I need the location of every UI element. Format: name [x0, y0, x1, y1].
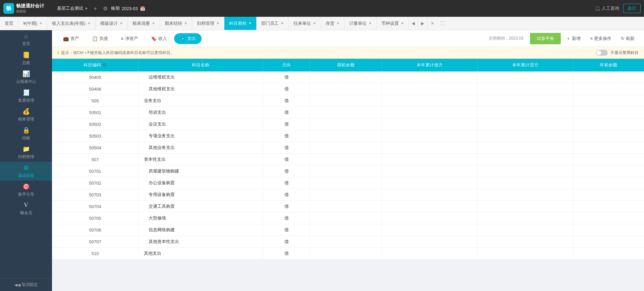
help-button[interactable]: 🎧 人工咨询 — [595, 5, 619, 11]
tab-prev-button[interactable]: ◀ — [409, 17, 418, 30]
toggle-disabled-subjects[interactable]: 不显示禁用科目 — [596, 50, 639, 56]
table-row[interactable]: 510 其他支出 借 — [52, 248, 644, 259]
sidebar-item-basic[interactable]: ⚙ 基础设置 — [0, 162, 52, 181]
close-icon[interactable]: ✕ — [152, 21, 155, 26]
sidebar-item-label: 发票管理 — [18, 98, 34, 103]
tab-next-button[interactable]: ▶ — [418, 17, 428, 30]
sidebar-item-archive[interactable]: 📁 归档管理 — [0, 143, 52, 162]
tab-currency[interactable]: 币种设置 ✕ — [377, 17, 409, 30]
close-icon[interactable]: ✕ — [336, 21, 339, 26]
tab-archive[interactable]: 归档管理 ✕ — [192, 17, 224, 30]
table-row[interactable]: 505 业务支出 借 — [52, 95, 644, 107]
cell-direction: 借 — [263, 95, 310, 107]
table-row[interactable]: 50501 培训支出 借 — [52, 107, 644, 118]
tab-subject-init[interactable]: 科目期初 ✕ — [224, 17, 257, 30]
cell-opening — [573, 224, 644, 236]
cell-opening — [573, 118, 644, 130]
sidebar-item-home[interactable]: ⌂ 首页 — [0, 30, 52, 49]
sub-tab-net-asset[interactable]: ≡ 净资产 — [115, 33, 144, 44]
settings-icon[interactable]: ⚙ — [103, 5, 108, 12]
tab-balance-mid[interactable]: ¥(中期) ✕ — [18, 17, 47, 30]
close-icon[interactable]: ✕ — [369, 21, 372, 26]
sidebar-item-closing[interactable]: 🔒 结账 — [0, 124, 52, 143]
cell-code: 50705 — [52, 212, 139, 224]
cell-direction: 借 — [263, 71, 310, 83]
close-icon[interactable]: ✕ — [281, 21, 284, 26]
table-row[interactable]: 50705 大型修缮 借 — [52, 212, 644, 224]
cell-direction: 借 — [263, 107, 310, 118]
cell-period-opening — [310, 177, 382, 189]
table-row[interactable]: 50704 交通工具购置 借 — [52, 201, 644, 212]
close-icon[interactable]: ✕ — [401, 21, 404, 26]
balance-button[interactable]: 试算平衡 — [530, 33, 561, 44]
cell-ytd-credit — [477, 83, 573, 95]
cell-code: 50502 — [52, 118, 139, 130]
table-row[interactable]: 50406 其他维权支出 借 — [52, 83, 644, 95]
table-row[interactable]: 50701 房屋建筑物购建 借 — [52, 165, 644, 177]
table-row[interactable]: 50502 会议支出 借 — [52, 118, 644, 130]
account-button[interactable]: 会计 — [623, 4, 641, 13]
period-info-label: 启用期间：2023.03 — [489, 36, 523, 41]
expand-icon[interactable]: ⛶ — [438, 17, 448, 30]
tab-department[interactable]: 部门员工 ✕ — [257, 17, 289, 30]
table-row[interactable]: 50702 办公设备购置 借 — [52, 177, 644, 189]
cell-opening — [573, 212, 644, 224]
tab-income-annual[interactable]: 收入支出表(年报) ✕ — [47, 17, 96, 30]
sidebar-item-tax[interactable]: 💰 税务管理 — [0, 105, 52, 124]
sidebar: ⌂ 首页 📒 总账 📊 云报表中心 🧾 发票管理 💰 税务管理 🔒 结账 📁 归… — [0, 30, 52, 291]
tab-tax-clear[interactable]: 税表清册 ✕ — [128, 17, 160, 30]
close-icon[interactable]: ✕ — [39, 21, 42, 26]
cell-period-opening — [310, 201, 382, 212]
toggle-switch[interactable] — [596, 50, 608, 56]
sidebar-item-report[interactable]: 📊 云报表中心 — [0, 68, 52, 87]
table-header-row: 科目编码 ⚙ 科目名称 方向 期初余额 本年累计借方 本年累计贷方 年初余额 — [52, 59, 644, 71]
table-row[interactable]: 50706 信息网络购建 借 — [52, 224, 644, 236]
cell-name: 其他业务支出 — [139, 142, 263, 154]
sub-tab-asset[interactable]: 💼 资产 — [57, 33, 85, 44]
sub-tab-expenditure[interactable]: 💠 支出 — [174, 33, 202, 44]
add-button[interactable]: ＋ 新增 — [562, 34, 585, 44]
cell-period-opening — [310, 118, 382, 130]
cell-name: 专用设备购置 — [139, 189, 263, 201]
tab-inventory[interactable]: 存货 ✕ — [321, 17, 344, 30]
close-icon[interactable]: ✕ — [313, 21, 316, 26]
tab-partner[interactable]: 往来单位 ✕ — [289, 17, 321, 30]
company-selector[interactable]: 基层工会测试 ▾ — [57, 5, 88, 11]
close-icon[interactable]: ✕ — [249, 21, 252, 26]
cell-opening — [573, 201, 644, 212]
close-icon[interactable]: ✕ — [120, 21, 123, 26]
more-actions-button[interactable]: ≡ 更多操作 — [586, 34, 615, 44]
table-row[interactable]: 50405 运维维权支出 借 — [52, 71, 644, 83]
tab-template[interactable]: 模版设计 ✕ — [96, 17, 128, 30]
table-row[interactable]: 507 资本性支出 借 — [52, 154, 644, 165]
table-row[interactable]: 50703 专用设备购置 借 — [52, 189, 644, 201]
sub-tab-label: 收入 — [158, 36, 167, 42]
table-row[interactable]: 50707 其他资本性支出 借 — [52, 236, 644, 248]
pin-toggle[interactable]: ◀◀ 取消固定 — [0, 278, 52, 291]
sidebar-item-guide[interactable]: 🎯 新手引导 — [0, 181, 52, 199]
sidebar-item-ledger[interactable]: 📒 总账 — [0, 49, 52, 68]
cell-ytd-credit — [477, 212, 573, 224]
close-icon[interactable]: ✕ — [88, 21, 91, 26]
headset-icon: 🎧 — [595, 6, 600, 11]
tab-period-end[interactable]: 期末结转 ✕ — [160, 17, 192, 30]
cell-ytd-credit — [477, 189, 573, 201]
sidebar-item-vip[interactable]: V 畅会员 — [0, 199, 52, 218]
close-icon[interactable]: ✕ — [216, 21, 219, 26]
sub-tab-income[interactable]: 🔖 收入 — [145, 33, 173, 44]
tab-unit[interactable]: 计量单位 ✕ — [344, 17, 377, 30]
close-icon[interactable]: ✕ — [184, 21, 187, 26]
column-settings-icon[interactable]: ⚙ — [102, 62, 107, 67]
refresh-button[interactable]: ↻ 刷新 — [617, 34, 639, 44]
table-row[interactable]: 50503 专项业务支出 借 — [52, 130, 644, 142]
table-row[interactable]: 50504 其他业务支出 借 — [52, 142, 644, 154]
info-icon: ℹ — [57, 50, 59, 55]
sidebar-item-invoice[interactable]: 🧾 发票管理 — [0, 87, 52, 105]
cell-direction: 借 — [263, 83, 310, 95]
sub-tab-liability[interactable]: 📋 负债 — [86, 33, 114, 44]
close-all-tabs-button[interactable]: ✕ — [428, 17, 438, 30]
tab-home[interactable]: 首页 — [0, 17, 18, 30]
sub-tab-label: 净资产 — [125, 36, 138, 42]
add-tab-button[interactable]: ＋ — [91, 4, 100, 12]
calendar-icon[interactable]: 📅 — [140, 6, 145, 11]
